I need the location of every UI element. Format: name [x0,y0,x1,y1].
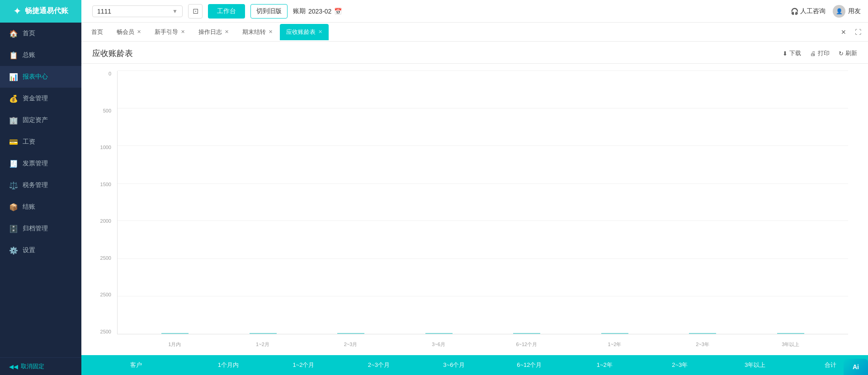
period-value: 2023-02 [308,8,331,15]
x-label-jan: 1月内 [161,337,188,348]
sidebar-item-checkout[interactable]: 📦 结账 [0,196,81,218]
x-label-3yr: 3年以上 [777,337,804,348]
th-3-6m: 3~6个月 [416,361,491,369]
switch-button[interactable]: 切到旧版 [250,4,288,19]
bar-group-2-3yr [689,333,716,334]
sidebar-item-salary[interactable]: 💳 工资 [0,131,81,153]
sidebar-label-assets: 固定资产 [23,116,48,124]
tab-home[interactable]: 首页 [85,24,109,40]
bar-group-jan [161,333,189,334]
th-1m: 1个月内 [191,361,266,369]
company-selector[interactable]: 1111 ▼ [92,5,183,17]
sidebar-item-ledger[interactable]: 📋 总账 [0,44,81,66]
sidebar-label-tax: 税务管理 [23,181,48,189]
sidebar-item-invoice[interactable]: 🧾 发票管理 [0,153,81,174]
y-label-2000: 2000 [92,218,115,224]
page-header: 应收账龄表 ⬇ 下载 🖨 打印 ↻ 刷新 [81,42,868,64]
tab-log[interactable]: 操作日志 ✕ [192,24,235,40]
salary-icon: 💳 [9,137,18,146]
y-label-500: 500 [92,108,115,113]
sidebar-item-home[interactable]: 🏠 首页 [0,23,81,44]
tab-member[interactable]: 畅会员 ✕ [110,24,147,40]
print-icon: 🖨 [810,50,816,57]
sidebar-label-invoice: 发票管理 [23,159,48,168]
header-right: 🎧 人工咨询 👤 用友 [791,5,861,18]
dropdown-icon: ▼ [172,8,178,14]
x-labels: 1月内 1~2月 2~3月 3~6月 6~12个月 1~2年 2~3年 3年以上 [117,337,848,348]
y-label-0: 0 [92,71,115,76]
refresh-button[interactable]: ↻ 刷新 [839,49,857,57]
main-layout: 🏠 首页 📋 总账 📊 报表中心 💰 资金管理 🏢 固定资产 💳 工资 [0,23,868,375]
sidebar-label-archive: 归档管理 [23,225,48,233]
close-icon-member[interactable]: ✕ [137,29,141,35]
content-area: 首页 畅会员 ✕ 新手引导 ✕ 操作日志 ✕ 期末结转 ✕ 应收账龄表 ✕ [81,23,868,375]
ai-bubble[interactable]: Ai [844,359,868,375]
user-area[interactable]: 👤 用友 [833,5,861,18]
calendar-icon[interactable]: 📅 [334,8,342,15]
print-label: 打印 [818,49,830,57]
tab-actions: ✕ ⛶ [837,26,864,38]
sidebar-scroll: 🏠 首页 📋 总账 📊 报表中心 💰 资金管理 🏢 固定资产 💳 工资 [0,23,81,357]
workbench-button[interactable]: 工作台 [208,4,245,19]
top-header: ✦ 畅捷通易代账 1111 ▼ ⊡ 工作台 切到旧版 账期 2023-02 📅 … [0,0,868,23]
tab-guide[interactable]: 新手引导 ✕ [148,24,191,40]
tab-label-guide: 新手引导 [155,28,178,36]
copy-button[interactable]: ⊡ [188,4,203,19]
sidebar-label-settings: 设置 [23,246,35,254]
y-label-2500b: 2500 [92,292,115,297]
tax-icon: ⚖️ [9,181,18,190]
sidebar-item-funds[interactable]: 💰 资金管理 [0,88,81,109]
company-name: 1111 [97,8,170,15]
copy-icon: ⊡ [193,7,198,15]
sidebar-item-settings[interactable]: ⚙️ 设置 [0,239,81,261]
bar-2-3yr [689,333,716,334]
bar-group-1-2yr [601,333,628,334]
sidebar-item-reports[interactable]: 📊 报表中心 [0,66,81,88]
sidebar-item-archive[interactable]: 🗄️ 归档管理 [0,218,81,239]
tab-period-end[interactable]: 期末结转 ✕ [236,24,279,40]
download-button[interactable]: ⬇ 下载 [783,49,801,57]
close-icon-guide[interactable]: ✕ [181,29,185,35]
cancel-pin[interactable]: ◀◀ 取消固定 [0,357,81,375]
x-label-1-2: 1~2月 [249,337,276,348]
logo-text: 畅捷通易代账 [25,6,68,16]
close-icon-log[interactable]: ✕ [225,29,229,35]
bar-group-2-3 [337,333,364,334]
y-label-2500c: 2500 [92,329,115,334]
x-label-3-6: 3~6月 [425,337,452,348]
reports-icon: 📊 [9,72,18,81]
bar-group-6-12 [513,333,540,334]
chart-container: 2500 2500 2500 2000 1500 1000 500 0 [92,71,857,348]
expand-button[interactable]: ⛶ [852,26,864,38]
close-all-button[interactable]: ✕ [837,26,850,38]
consult-button[interactable]: 🎧 人工咨询 [791,7,826,15]
bar-group-1-2 [250,333,277,334]
archive-icon: 🗄️ [9,224,18,233]
sidebar-item-assets[interactable]: 🏢 固定资产 [0,109,81,131]
period-area: 账期 2023-02 📅 [293,7,342,15]
tab-aging[interactable]: 应收账龄表 ✕ [280,24,329,40]
th-2-3yr: 2~3年 [642,361,717,369]
th-1-2yr: 1~2年 [567,361,642,369]
chart-plot [117,71,848,334]
ai-label: Ai [853,363,859,370]
sidebar-label-funds: 资金管理 [23,94,48,103]
download-icon: ⬇ [783,50,788,57]
sidebar-label-checkout: 结账 [23,203,35,211]
sidebar-item-tax[interactable]: ⚖️ 税务管理 [0,174,81,196]
y-axis: 2500 2500 2500 2000 1500 1000 500 0 [92,71,115,334]
refresh-label: 刷新 [845,49,857,57]
close-icon-aging[interactable]: ✕ [318,29,322,35]
th-6-12m: 6~12个月 [492,361,567,369]
home-icon: 🏠 [9,29,18,38]
headset-icon: 🎧 [791,8,798,15]
funds-icon: 💰 [9,94,18,103]
y-label-2500a: 2500 [92,255,115,261]
sidebar-label-ledger: 总账 [23,51,35,59]
bar-group-3yr [777,333,804,334]
th-customer: 客户 [81,361,191,369]
y-label-1000: 1000 [92,145,115,150]
print-button[interactable]: 🖨 打印 [810,49,830,57]
close-icon-period-end[interactable]: ✕ [269,29,273,35]
logo-icon: ✦ [13,5,21,17]
